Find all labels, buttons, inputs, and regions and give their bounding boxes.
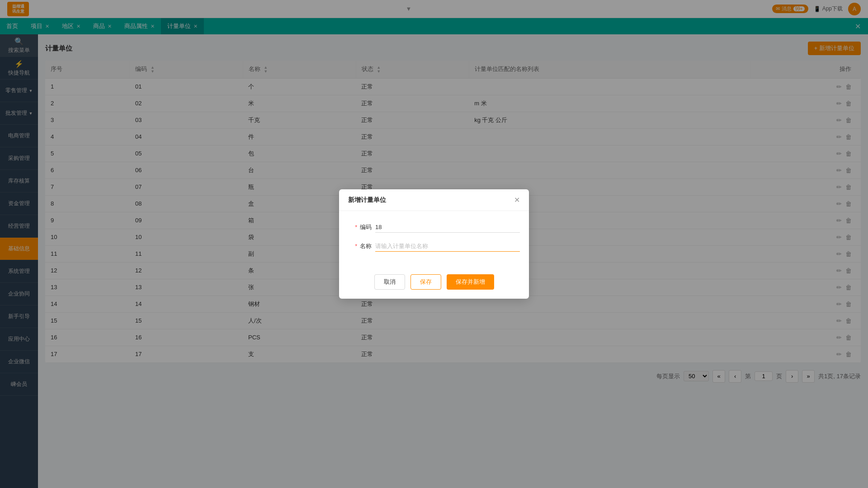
modal-header: 新增计量单位 ✕ bbox=[339, 189, 529, 211]
code-label: * 编码 bbox=[348, 223, 375, 231]
modal-body: * 编码 * 名称 bbox=[339, 211, 529, 269]
modal-title: 新增计量单位 bbox=[348, 196, 386, 204]
name-label: * 名称 bbox=[348, 242, 375, 250]
name-field-row: * 名称 bbox=[348, 241, 520, 252]
modal-overlay: 新增计量单位 ✕ * 编码 * 名称 取消 保存 保存并新增 bbox=[0, 0, 868, 488]
code-field-row: * 编码 bbox=[348, 222, 520, 233]
code-input[interactable] bbox=[375, 222, 520, 233]
save-and-new-button[interactable]: 保存并新增 bbox=[447, 274, 494, 290]
save-button[interactable]: 保存 bbox=[410, 274, 441, 290]
modal-footer: 取消 保存 保存并新增 bbox=[339, 269, 529, 299]
cancel-button[interactable]: 取消 bbox=[374, 274, 405, 290]
modal-close-button[interactable]: ✕ bbox=[514, 196, 520, 204]
add-unit-modal: 新增计量单位 ✕ * 编码 * 名称 取消 保存 保存并新增 bbox=[339, 189, 529, 299]
unit-name-input[interactable] bbox=[375, 241, 520, 252]
